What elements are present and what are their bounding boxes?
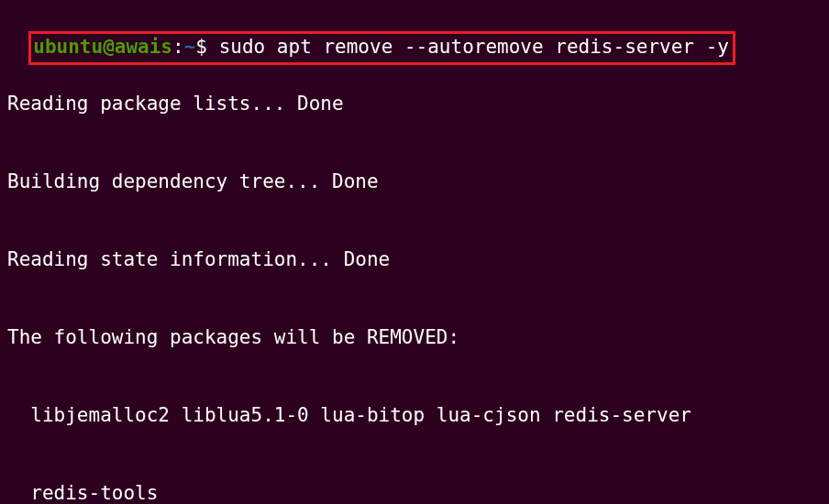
- output-line: Reading package lists... Done: [7, 91, 822, 116]
- command-text: sudo apt remove --autoremove redis-serve…: [219, 36, 729, 58]
- command-highlight-box: ubuntu@awais:~$ sudo apt remove --autore…: [28, 31, 735, 64]
- prompt-colon: :: [172, 36, 184, 58]
- prompt-line-1: ubuntu@awais:~$ sudo apt remove --autore…: [33, 34, 729, 60]
- output-line: redis-tools: [7, 480, 822, 504]
- output-line: libjemalloc2 liblua5.1-0 lua-bitop lua-c…: [7, 402, 822, 428]
- output-line: Reading state information... Done: [7, 247, 822, 272]
- terminal-window[interactable]: ubuntu@awais:~$ sudo apt remove --autore…: [7, 5, 822, 504]
- prompt-dollar: $: [195, 36, 218, 58]
- prompt-user-host: ubuntu@awais: [33, 36, 172, 58]
- prompt-path: ~: [184, 36, 196, 58]
- output-line: Building dependency tree... Done: [7, 169, 822, 194]
- output-line: The following packages will be REMOVED:: [7, 324, 822, 350]
